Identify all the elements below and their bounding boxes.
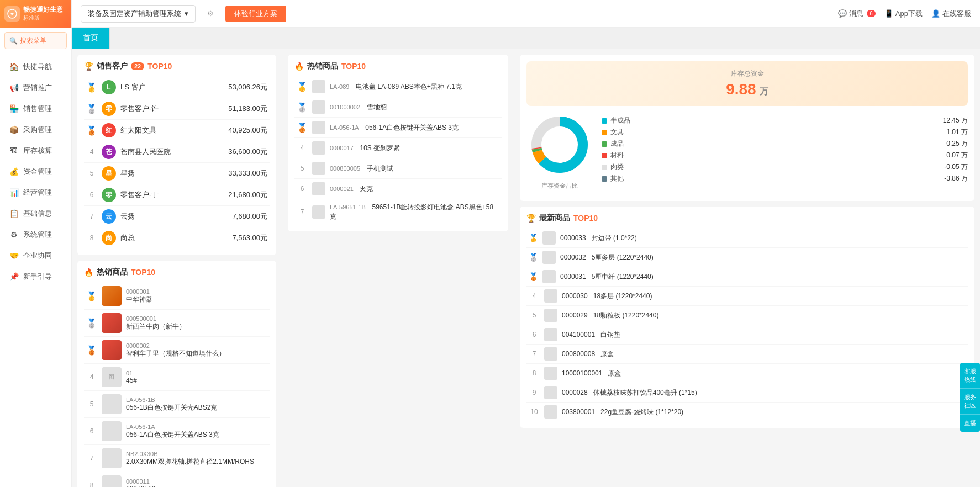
hot-products-middle-card: 🔥 热销商品 TOP10 🥇 LA-089 电池盖 LA-089 ABS本色+黑… [288, 55, 508, 231]
mid-code-4: 0000017 [330, 145, 354, 151]
search-menu-button[interactable]: 🔍 搜索菜单 [4, 32, 67, 49]
newest-info-2: 0000032 5厘多层 (1220*2440) [560, 253, 966, 262]
mid-name-5: 手机测试 [367, 165, 393, 172]
mid-thumb-4 [312, 141, 325, 155]
inventory-label: 库存总资金 [731, 69, 764, 78]
gold-medal-icon-p1: 🥇 [86, 291, 97, 301]
sidebar-item-purchase[interactable]: 📦 采购管理 [0, 119, 71, 140]
inventory-num: 9.88 [726, 81, 756, 98]
newest-4[interactable]: 4 0000030 18多层 (1220*2440) [526, 287, 968, 306]
float-service-label: 客服 [962, 367, 978, 375]
hot-products-title-main: 🔥 热销商品 TOP10 [84, 267, 270, 277]
newest-9[interactable]: 9 0000028 体械荔枝味苏打饮品400毫升 (1*15) [526, 383, 968, 403]
newest-10[interactable]: 10 003800001 22g鱼豆腐-烧烤味 (1*12*20) [526, 403, 968, 421]
donut-chart: 库存资金占比 [526, 112, 593, 190]
float-community-btn[interactable]: 服务 社区 [960, 389, 980, 415]
newest-info-3: 0000031 5厘中纤 (1220*2440) [560, 272, 966, 282]
customer-rank-7[interactable]: 7 云 云扬 7,680.00元 [84, 206, 270, 227]
app-subtitle: 标准版 [23, 14, 63, 22]
float-live-btn[interactable]: 直播 [960, 415, 980, 432]
customer-rank-6[interactable]: 6 零 零售客户-于 21,680.00元 [84, 184, 270, 206]
legend-item-2: 文具 1.01 万 [602, 128, 968, 137]
basic-icon: 📋 [9, 209, 19, 219]
mid-product-6[interactable]: 6 0000021 夹克 [294, 179, 502, 199]
hot-product-7[interactable]: 7 NB2.0X30B 2.0X30MM双搓花轴.搓花直径2.1MM/ROHS [84, 445, 270, 472]
settings-button[interactable]: ⚙ [202, 6, 219, 22]
rank-n9: 9 [529, 389, 540, 396]
sidebar-item-finance[interactable]: 💰 资金管理 [0, 161, 71, 182]
sidebar-item-marketing[interactable]: 📢 营销推广 [0, 77, 71, 98]
online-service-button[interactable]: 👤 在线客服 [931, 9, 971, 19]
hot-product-1[interactable]: 🥇 0000001 中华神器 [84, 283, 270, 310]
customer-avatar-3: 红 [102, 123, 116, 137]
sidebar-item-quick[interactable]: 🏠 快捷导航 [0, 56, 71, 77]
mid-product-7[interactable]: 7 LA-59651-1B 59651-1B旋转投影灯电池盒 ABS黑色+58克 [294, 199, 502, 225]
sidebar-item-system[interactable]: ⚙ 系统管理 [0, 224, 71, 245]
sidebar-nav: 🏠 快捷导航 📢 营销推广 🏪 销售管理 📦 采购管理 🏗 库存核算 💰 资金管… [0, 54, 71, 487]
newest-info-1: 0000033 封边带 (1.0*22) [560, 234, 966, 243]
float-service-btn[interactable]: 客服 热线 [960, 363, 980, 389]
nav-label-sales: 销售管理 [23, 104, 52, 114]
newest-1[interactable]: 🥇 0000033 封边带 (1.0*22) [526, 229, 968, 248]
nav-label-system: 系统管理 [23, 230, 52, 240]
customer-name-4: 苍南县人民医院 [120, 147, 224, 157]
newest-thumb-2 [542, 251, 556, 264]
newest-8[interactable]: 8 10000100001 原盒 [526, 364, 968, 383]
newest-3[interactable]: 🥉 0000031 5厘中纤 (1220*2440) [526, 267, 968, 287]
mid-thumb-5 [312, 162, 325, 175]
mid-thumb-1 [312, 80, 325, 93]
sidebar-item-inventory[interactable]: 🏗 库存核算 [0, 140, 71, 161]
legend-value-5: -0.05 万 [944, 162, 968, 172]
rank-m7: 7 [297, 208, 308, 216]
customer-rank-5[interactable]: 5 星 星扬 33,333.00元 [84, 163, 270, 184]
sidebar-item-operation[interactable]: 📊 经营管理 [0, 182, 71, 203]
customer-rank-1[interactable]: 🥇 L LS 客户 53,006.26元 [84, 77, 270, 98]
customer-rank-4[interactable]: 4 苍 苍南县人民医院 36,600.00元 [84, 141, 270, 163]
mid-product-4[interactable]: 4 0000017 10S 变刹罗紧 [294, 138, 502, 158]
hot-product-8[interactable]: 8 0000011 12070519-xs [84, 472, 270, 487]
middle-panel: 🔥 热销商品 TOP10 🥇 LA-089 电池盖 LA-089 ABS本色+黑… [282, 49, 514, 487]
hot-product-6[interactable]: 6 LA-056-1A 056-1A白色按键开关盖ABS 3克 [84, 418, 270, 445]
sidebar-item-guide[interactable]: 📌 新手引导 [0, 266, 71, 287]
messages-button[interactable]: 💬 消息 6 [838, 9, 876, 19]
product-code-6: LA-056-1A [126, 424, 267, 430]
hot-product-3[interactable]: 🥉 0000002 智利车子里（规格不知道填什么） [84, 337, 270, 364]
mid-name-2: 雪地貂 [367, 103, 387, 111]
tab-home[interactable]: 首页 [72, 28, 110, 49]
product-name-5: 056-1B白色按键开关壳ABS2克 [126, 403, 267, 412]
newest-7[interactable]: 7 000800008 原盒 [526, 345, 968, 364]
mid-product-1[interactable]: 🥇 LA-089 电池盖 LA-089 ABS本色+黑种 7.1克 [294, 77, 502, 97]
trial-button[interactable]: 体验行业方案 [225, 6, 286, 22]
system-selector[interactable]: 装备及固定资产辅助管理系统 ▾ [81, 5, 196, 23]
newest-5[interactable]: 5 0000029 18颗粒板 (1220*2440) [526, 306, 968, 325]
customer-rank-8[interactable]: 8 尚 尚总 7,563.00元 [84, 227, 270, 248]
hot-product-2[interactable]: 🥈 000500001 新西兰牛肉（新牛） [84, 310, 270, 337]
mid-product-2[interactable]: 🥈 001000002 雪地貂 [294, 97, 502, 118]
newest-2[interactable]: 🥈 0000032 5厘多层 (1220*2440) [526, 248, 968, 267]
search-menu-label: 搜索菜单 [20, 36, 46, 45]
sidebar-item-sales[interactable]: 🏪 销售管理 [0, 98, 71, 119]
rank-m4: 4 [297, 144, 308, 152]
mid-name-1: 电池盖 LA-089 ABS本色+黑种 7.1克 [356, 83, 462, 91]
mid-code-6: 0000021 [330, 186, 354, 192]
mid-name-6: 夹克 [360, 185, 373, 193]
app-download-button[interactable]: 📱 App下载 [884, 9, 923, 19]
sidebar-search[interactable]: 🔍 搜索菜单 [0, 28, 71, 54]
tab-bar: 首页 [72, 28, 980, 49]
sidebar-item-basic[interactable]: 📋 基础信息 [0, 203, 71, 224]
legend-label-5: 肉类 [610, 162, 941, 172]
hot-product-5[interactable]: 5 LA-056-1B 056-1B白色按键开关壳ABS2克 [84, 391, 270, 418]
hot-product-4[interactable]: 4 图 01 45# [84, 364, 270, 391]
mid-product-3[interactable]: 🥉 LA-056-1A 056-1A白色按键开关盖ABS 3克 [294, 118, 502, 138]
customer-rank-2[interactable]: 🥈 零 零售客户-许 51,183.00元 [84, 98, 270, 120]
silver-n2: 🥈 [529, 253, 538, 262]
product-thumb-7 [102, 448, 122, 468]
mid-name-4: 10S 变刹罗紧 [360, 144, 400, 152]
silver-m2: 🥈 [297, 102, 308, 113]
newest-6[interactable]: 6 004100001 白钢垫 [526, 325, 968, 345]
customer-name-3: 红太阳文具 [120, 125, 224, 135]
customer-rank-3[interactable]: 🥉 红 红太阳文具 40,925.00元 [84, 120, 270, 141]
mid-product-5[interactable]: 5 000800005 手机测试 [294, 158, 502, 179]
sidebar-item-enterprise[interactable]: 🤝 企业协同 [0, 245, 71, 266]
newest-thumb-9 [544, 386, 557, 399]
